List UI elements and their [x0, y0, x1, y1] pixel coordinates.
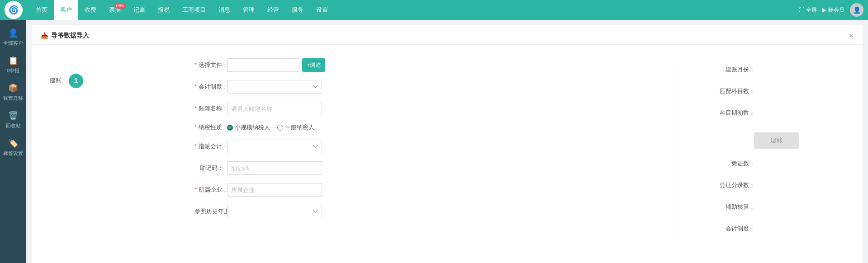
fullscreen-icon: ⛶ [799, 7, 804, 13]
tax-type-label: * 纳税性质： [194, 123, 227, 132]
ledger-name-row: * 账簿名称： [194, 102, 663, 115]
sidebar-item-recycle[interactable]: 🗑️ 回收站 [0, 106, 26, 134]
nav-item-tickets[interactable]: 票据 new [103, 0, 127, 20]
aux-accounting-label: 辅助核算： [718, 203, 759, 211]
browse-button[interactable]: +浏览 [302, 58, 325, 72]
nav-item-customers[interactable]: 客户 [54, 0, 78, 20]
avatar[interactable]: 👤 [850, 3, 863, 17]
divider [677, 58, 677, 244]
build-month-row: 建账月份： [718, 63, 844, 76]
nav-right: ⛶ 全屏 ▶ 畅会员 👤 [799, 3, 863, 17]
file-label: * 选择文件： [194, 61, 227, 69]
top-nav: 🌀 首页 客户 收费 票据 new 记账 报税 工商项目 消息 管理 经营 服务… [0, 0, 868, 20]
sidebar-item-migration[interactable]: 📦 账套迁移 [0, 79, 26, 106]
form-step: 建账 1 [50, 58, 194, 244]
info-panel: 建账月份： 匹配科目数： 科目期初数： 建账 凭证数： [718, 58, 844, 244]
tax-radio-general[interactable] [277, 125, 283, 131]
tax-radio-small[interactable] [227, 125, 233, 131]
nav-items: 首页 客户 收费 票据 new 记账 报税 工商项目 消息 管理 经营 服务 设… [29, 0, 799, 20]
sidebar: 👤 全部客户 📋 0申报 📦 账套迁移 🗑️ 回收站 🏷️ 标签设置 [0, 20, 26, 263]
tax-type-row: * 纳税性质： 小规模纳税人 一般纳税人 [194, 123, 663, 132]
dialog-title: 📥 导爷数据导入 [41, 32, 89, 40]
accounting-system-row: * 会计制度： [194, 80, 663, 94]
accounting-system-select[interactable] [227, 80, 322, 94]
accounting-system-info-row: 会计制度： [718, 222, 844, 235]
assign-accountant-row: * 指派会计： [194, 140, 663, 153]
step-label: 建账 [50, 76, 62, 85]
form-fields: * 选择文件： +浏览 * 会计制度： [194, 58, 663, 244]
build-month-label: 建账月份： [718, 66, 759, 74]
nav-item-services[interactable]: 服务 [285, 0, 310, 20]
accounting-system-label: * 会计制度： [194, 83, 227, 91]
fullscreen-btn[interactable]: ⛶ 全屏 [799, 6, 817, 14]
file-row: * 选择文件： +浏览 [194, 58, 663, 72]
declaration-icon: 📋 [8, 56, 18, 66]
assign-accountant-label: * 指派会计： [194, 142, 227, 150]
history-year-label: 参照历史年度： [194, 207, 227, 216]
dialog: 📥 导爷数据导入 × 建账 1 * 选择文件： [32, 25, 863, 263]
file-input[interactable] [227, 58, 299, 72]
nav-item-operations[interactable]: 经营 [261, 0, 285, 20]
company-label: * 所属企业： [194, 186, 227, 194]
tag-icon: 🏷️ [8, 138, 18, 148]
main-content: 📥 导爷数据导入 × 建账 1 * 选择文件： [26, 20, 868, 263]
match-subject-label: 匹配科目数： [718, 87, 759, 95]
voucher-record-label: 凭证分录数： [718, 181, 759, 189]
nav-item-bookkeeping[interactable]: 记账 [127, 0, 152, 20]
tax-radio-group: 小规模纳税人 一般纳税人 [227, 123, 314, 132]
aux-accounting-row: 辅助核算： [718, 200, 844, 214]
memo-row: 助记码： [194, 161, 663, 175]
voucher-count-label: 凭证数： [718, 160, 759, 168]
form-container: 建账 1 * 选择文件： +浏览 [32, 45, 863, 257]
voucher-count-row: 凭证数： [718, 157, 844, 170]
build-button[interactable]: 建账 [754, 132, 799, 149]
subject-init-label: 科目期初数： [718, 109, 759, 117]
assign-accountant-select[interactable] [227, 140, 322, 153]
trash-icon: 🗑️ [8, 111, 18, 121]
tax-option-small[interactable]: 小规模纳税人 [227, 123, 270, 132]
close-button[interactable]: × [849, 32, 854, 40]
play-icon: ▶ [822, 7, 826, 13]
ledger-name-input[interactable] [227, 102, 322, 115]
migration-icon: 📦 [8, 83, 18, 93]
nav-item-fees[interactable]: 收费 [78, 0, 103, 20]
company-row: * 所属企业： [194, 183, 663, 197]
step-badge: 1 [69, 74, 83, 88]
logo-icon: 🌀 [9, 5, 19, 15]
user-icon: 👤 [8, 28, 18, 38]
voucher-record-row: 凭证分录数： [718, 178, 844, 192]
nav-item-messages[interactable]: 消息 [212, 0, 237, 20]
tax-option-general[interactable]: 一般纳税人 [277, 123, 314, 132]
sidebar-item-all-customers[interactable]: 👤 全部客户 [0, 23, 26, 51]
nav-item-home[interactable]: 首页 [29, 0, 54, 20]
new-badge: new [114, 3, 126, 9]
subject-init-row: 科目期初数： [718, 106, 844, 120]
accounting-system-info-label: 会计制度： [718, 225, 759, 233]
history-year-row: 参照历史年度： [194, 205, 663, 218]
import-icon: 📥 [41, 32, 48, 39]
dialog-header: 📥 导爷数据导入 × [32, 25, 863, 45]
history-year-select[interactable] [227, 205, 322, 218]
nav-item-settings[interactable]: 设置 [310, 0, 334, 20]
ledger-name-label: * 账簿名称： [194, 104, 227, 113]
company-input[interactable] [227, 183, 322, 197]
memo-input[interactable] [227, 161, 322, 175]
nav-item-business[interactable]: 工商项目 [176, 0, 212, 20]
member-btn[interactable]: ▶ 畅会员 [822, 6, 844, 14]
logo[interactable]: 🌀 [5, 1, 23, 19]
nav-item-manage[interactable]: 管理 [237, 0, 261, 20]
match-subject-row: 匹配科目数： [718, 85, 844, 98]
memo-label: 助记码： [194, 164, 227, 172]
file-input-group: +浏览 [227, 58, 325, 72]
sidebar-item-tags[interactable]: 🏷️ 标签设置 [0, 134, 26, 161]
sidebar-item-declaration[interactable]: 📋 0申报 [0, 51, 26, 79]
nav-item-tax[interactable]: 报税 [152, 0, 176, 20]
